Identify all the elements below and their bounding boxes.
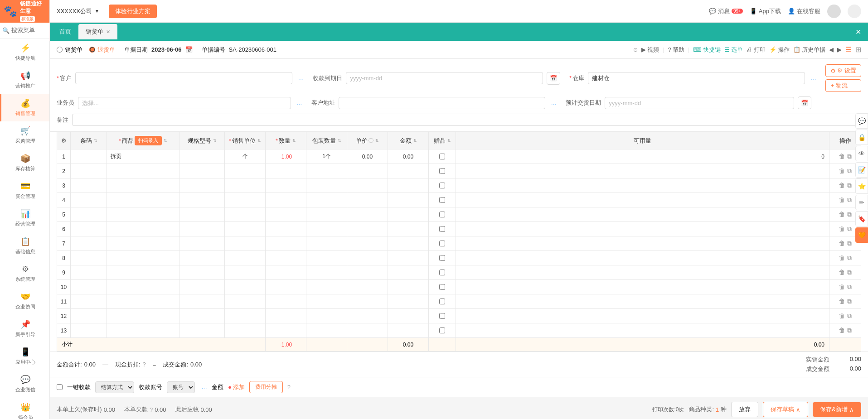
cell-gift[interactable] [429, 178, 456, 193]
floating-star-btn[interactable]: ⭐ [855, 178, 868, 194]
copy-icon[interactable]: ⧉ [847, 167, 852, 175]
cell-unit-price[interactable] [347, 309, 388, 323]
gift-checkbox[interactable] [439, 168, 445, 174]
copy-icon[interactable]: ⧉ [847, 240, 852, 247]
warehouse-dots[interactable]: … [810, 75, 816, 82]
calendar-icon[interactable]: 📅 [185, 46, 193, 53]
cell-unit[interactable] [225, 280, 266, 294]
cell-amount[interactable] [388, 294, 429, 309]
cell-barcode[interactable] [71, 251, 107, 265]
delete-icon[interactable]: 🗑 [839, 167, 845, 175]
pack-sort[interactable]: ⇅ [338, 139, 341, 143]
one-click-payment-checkbox[interactable] [57, 384, 63, 390]
customer-address-dots[interactable]: … [551, 100, 557, 106]
remark-input[interactable] [72, 114, 861, 126]
receipt-date-calendar-btn[interactable]: 📅 [547, 72, 560, 85]
cell-quantity[interactable] [266, 294, 306, 309]
qty-sort[interactable]: ⇅ [292, 139, 296, 143]
sidebar-item-inventory[interactable]: 📦 库存核算 [0, 149, 49, 177]
delete-icon[interactable]: 🗑 [839, 182, 845, 189]
delete-icon[interactable]: 🗑 [839, 269, 845, 276]
cell-spec[interactable] [179, 149, 225, 164]
warehouse-input[interactable] [588, 72, 805, 84]
cell-spec[interactable] [179, 178, 225, 193]
salesperson-dots[interactable]: … [296, 100, 302, 106]
floating-chat-btn[interactable]: 💬 [855, 113, 868, 129]
cell-quantity[interactable] [266, 193, 306, 207]
help-btn[interactable]: ? 帮助 [668, 46, 684, 54]
cell-quantity[interactable] [266, 164, 306, 178]
copy-icon[interactable]: ⧉ [847, 312, 852, 320]
info-icon[interactable]: ⓘ [369, 137, 373, 144]
radio-sale-input[interactable] [57, 47, 63, 53]
cell-unit-price[interactable]: 0.00 [347, 149, 388, 164]
operation-btn[interactable]: ⚡ 操作 [769, 46, 790, 54]
app-download-btn[interactable]: 📱 App下载 [750, 7, 781, 15]
cell-product[interactable] [107, 207, 179, 222]
cell-unit[interactable] [225, 178, 266, 193]
cell-barcode[interactable] [71, 207, 107, 222]
cell-spec[interactable] [179, 251, 225, 265]
cell-spec[interactable] [179, 193, 225, 207]
cell-product[interactable] [107, 178, 179, 193]
radio-sale[interactable]: 销货单 [57, 46, 82, 54]
cell-quantity[interactable] [266, 323, 306, 338]
floating-lock-btn[interactable]: 🔒 [855, 130, 868, 145]
cell-gift[interactable] [429, 309, 456, 323]
tab-sale-order[interactable]: 销货单 ✕ [78, 24, 117, 39]
cell-spec[interactable] [179, 294, 225, 309]
cell-quantity[interactable] [266, 236, 306, 251]
customer-address-input[interactable] [339, 97, 546, 109]
gift-sort[interactable]: ⇅ [447, 139, 451, 143]
cell-pack-qty[interactable] [306, 236, 347, 251]
cell-barcode[interactable] [71, 149, 107, 164]
sidebar-item-guide[interactable]: 📌 新手引导 [0, 315, 49, 342]
cell-unit-price[interactable] [347, 236, 388, 251]
cell-unit-price[interactable] [347, 294, 388, 309]
cell-spec[interactable] [179, 236, 225, 251]
cell-spec[interactable] [179, 309, 225, 323]
copy-icon[interactable]: ⧉ [847, 298, 852, 305]
cell-unit[interactable] [225, 193, 266, 207]
copy-icon[interactable]: ⧉ [847, 211, 852, 218]
choose-btn[interactable]: ☰ 选单 [724, 46, 743, 54]
cell-product[interactable]: 拆贡 [107, 149, 179, 164]
cell-pack-qty[interactable] [306, 193, 347, 207]
cell-quantity[interactable] [266, 178, 306, 193]
add-payment-btn[interactable]: ● 添加 [228, 383, 245, 391]
radio-return[interactable]: 退货单 [89, 46, 115, 54]
abandon-button[interactable]: 放弃 [731, 402, 758, 417]
gift-checkbox[interactable] [439, 284, 445, 290]
payment-account-select[interactable]: 账号 [167, 381, 195, 393]
cell-pack-qty[interactable] [306, 309, 347, 323]
gift-checkbox[interactable] [439, 183, 445, 188]
cell-gift[interactable] [429, 280, 456, 294]
cell-amount[interactable] [388, 207, 429, 222]
cell-spec[interactable] [179, 323, 225, 338]
gift-checkbox[interactable] [439, 327, 445, 333]
payment-dots[interactable]: … [201, 384, 207, 390]
copy-icon[interactable]: ⧉ [847, 283, 852, 291]
sidebar-item-corpwechat[interactable]: 💬 企业微信 [0, 370, 49, 398]
cell-pack-qty[interactable] [306, 280, 347, 294]
cell-pack-qty[interactable]: 1个 [306, 149, 347, 164]
sidebar-item-base[interactable]: 📋 基础信息 [0, 232, 49, 260]
delete-icon[interactable]: 🗑 [839, 283, 845, 291]
tabbar-close-icon[interactable]: ✕ [851, 25, 866, 39]
cell-unit[interactable] [225, 164, 266, 178]
cell-quantity[interactable] [266, 222, 306, 236]
cell-barcode[interactable] [71, 193, 107, 207]
cell-unit[interactable] [225, 265, 266, 280]
cell-quantity[interactable] [266, 265, 306, 280]
cell-spec[interactable] [179, 280, 225, 294]
floating-eye-btn[interactable]: 👁 [855, 146, 868, 161]
cell-spec[interactable] [179, 164, 225, 178]
tab-home[interactable]: 首页 [52, 24, 78, 39]
cell-unit-price[interactable] [347, 193, 388, 207]
cell-amount[interactable]: 0.00 [388, 149, 429, 164]
cell-unit[interactable] [225, 309, 266, 323]
save-new-button[interactable]: 保存&新增 ∧ [813, 402, 861, 417]
copy-icon[interactable]: ⧉ [847, 196, 852, 204]
sidebar-search[interactable]: 🔍 搜索菜单 [0, 23, 49, 39]
cell-pack-qty[interactable] [306, 294, 347, 309]
